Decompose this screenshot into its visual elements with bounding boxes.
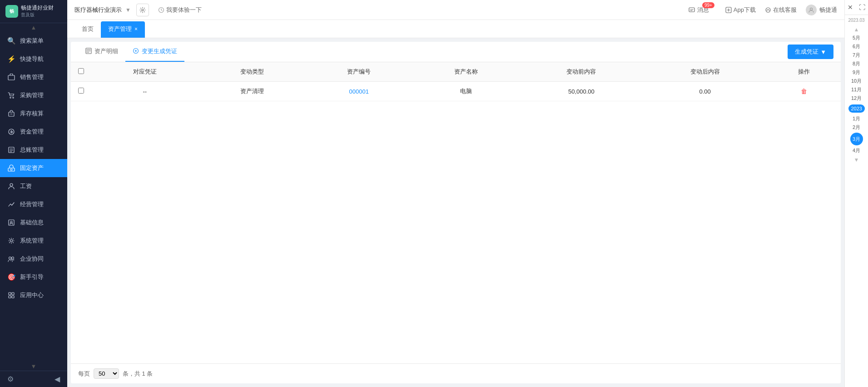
- cell-action: 🗑: [767, 82, 841, 101]
- sidebar-item-corp-label: 企业协同: [20, 255, 44, 263]
- sidebar-item-basicinfo[interactable]: 基础信息: [0, 213, 67, 232]
- svg-point-23: [810, 8, 813, 10]
- table-header-row: 对应凭证 变动类型 资产编号 资产名称 变动前内容 变动后内容 操作: [71, 62, 841, 82]
- timeline-month-9[interactable]: 9月: [845, 68, 868, 77]
- sidebar-item-ledger[interactable]: 总账管理: [0, 141, 67, 159]
- svg-rect-9: [9, 220, 14, 225]
- sidebar-item-operations[interactable]: 经营管理: [0, 195, 67, 213]
- company-dropdown-icon[interactable]: ▼: [125, 7, 131, 13]
- svg-rect-6: [8, 168, 15, 171]
- cell-before: 50,000.00: [520, 82, 643, 101]
- topbar-left: 医疗器械行业演示 ▼ 我要体验一下: [74, 4, 202, 16]
- header-asset-no: 资产编号: [305, 62, 412, 82]
- user-avatar: [806, 5, 817, 15]
- header-checkbox-cell: [71, 62, 91, 82]
- sidebar-item-purchase[interactable]: 采购管理: [0, 86, 67, 104]
- timeline-close-btn[interactable]: ✕: [848, 4, 853, 11]
- customer-service-btn[interactable]: 在线客服: [765, 6, 797, 14]
- tab-close-btn[interactable]: ×: [134, 26, 138, 32]
- username: 畅捷通: [819, 6, 837, 14]
- timeline-month-4[interactable]: 4月: [845, 146, 868, 155]
- timeline-month-3-active[interactable]: 3月: [850, 133, 863, 145]
- sidebar-item-inventory[interactable]: 库存核算: [0, 104, 67, 123]
- sidebar-item-system[interactable]: 系统管理: [0, 232, 67, 250]
- system-icon: [7, 237, 15, 245]
- purchase-icon: [7, 91, 15, 99]
- timeline-month-11[interactable]: 11月: [845, 85, 868, 94]
- timeline-month-2[interactable]: 2月: [845, 123, 868, 132]
- timeline-month-12[interactable]: 12月: [845, 94, 868, 103]
- per-page-select[interactable]: 50 10 20 100: [94, 368, 119, 379]
- svg-point-22: [766, 8, 770, 12]
- select-all-checkbox[interactable]: [78, 68, 84, 74]
- svg-rect-0: [8, 75, 15, 80]
- sidebar-item-basicinfo-label: 基础信息: [20, 218, 44, 227]
- header-change-type: 变动类型: [198, 62, 306, 82]
- app-version: 普及版: [21, 12, 54, 18]
- sidebar-item-sales[interactable]: 销售管理: [0, 68, 67, 86]
- timeline-month-1[interactable]: 1月: [845, 114, 868, 123]
- sidebar-item-fixed-label: 固定资产: [20, 164, 44, 172]
- cell-asset-no: 000001: [305, 82, 412, 101]
- sidebar-settings-icon[interactable]: ⚙: [7, 375, 14, 383]
- timeline-month-5[interactable]: 5月: [845, 34, 868, 42]
- row-checkbox[interactable]: [78, 88, 84, 94]
- sidebar-item-apps[interactable]: 应用中心: [0, 286, 67, 304]
- svg-rect-17: [12, 296, 14, 298]
- header-asset-name: 资产名称: [412, 62, 520, 82]
- sidebar-logo: 畅 畅捷通好业财 普及版: [0, 0, 67, 23]
- svg-point-13: [12, 257, 14, 259]
- tab-home[interactable]: 首页: [74, 21, 101, 38]
- timeline-month-10[interactable]: 10月: [845, 77, 868, 85]
- main-content: 医疗器械行业演示 ▼ 我要体验一下 消息 99+ App下载 在线客服: [67, 0, 844, 387]
- funds-icon: [7, 128, 15, 136]
- sidebar-item-payroll-label: 工资: [20, 182, 32, 190]
- topbar-experience[interactable]: 我要体验一下: [158, 6, 202, 14]
- svg-rect-14: [9, 293, 11, 295]
- operations-icon: [7, 200, 15, 208]
- timeline-expand-btn[interactable]: ⛶: [859, 4, 865, 11]
- cell-asset-name: 电脑: [412, 82, 520, 101]
- sidebar-nav: 🔍 搜索菜单 ⚡ 快捷导航 销售管理 采购管理 库存核算: [0, 32, 67, 362]
- user-profile-btn[interactable]: 畅捷通: [806, 5, 837, 15]
- generate-btn-label: 生成凭证: [795, 48, 818, 56]
- ledger-icon: [7, 146, 15, 154]
- sidebar-item-search[interactable]: 🔍 搜索菜单: [0, 32, 67, 50]
- header-voucher: 对应凭证: [91, 62, 198, 82]
- quicknav-icon: ⚡: [7, 55, 15, 63]
- svg-point-1: [10, 97, 11, 98]
- sidebar-item-corp[interactable]: 企业协同: [0, 250, 67, 268]
- subtab-asset-detail[interactable]: 资产明细: [78, 42, 125, 62]
- subtab-asset-detail-label: 资产明细: [94, 47, 118, 55]
- messages-badge: 99+: [702, 2, 714, 8]
- sidebar-item-payroll[interactable]: 工资: [0, 177, 67, 195]
- total-label: 条，共 1 条: [123, 370, 153, 378]
- inventory-icon: [7, 109, 15, 118]
- app-logo-icon: 畅: [5, 5, 18, 18]
- app-download-btn[interactable]: App下载: [725, 6, 756, 14]
- topbar: 医疗器械行业演示 ▼ 我要体验一下 消息 99+ App下载 在线客服: [67, 0, 844, 20]
- sidebar-item-search-label: 搜索菜单: [20, 37, 44, 45]
- app-download-label: App下载: [734, 6, 756, 14]
- sidebar-item-quicknav[interactable]: ⚡ 快捷导航: [0, 50, 67, 68]
- tab-asset-management[interactable]: 资产管理 ×: [101, 21, 145, 38]
- subtab-change-voucher[interactable]: 变更生成凭证: [125, 42, 184, 62]
- sidebar-item-ledger-label: 总账管理: [20, 146, 44, 154]
- sidebar-item-apps-label: 应用中心: [20, 291, 44, 299]
- sidebar-scroll-up[interactable]: ▲: [0, 23, 67, 32]
- timeline-nav-down[interactable]: ▼: [845, 155, 868, 165]
- delete-row-btn[interactable]: 🗑: [801, 88, 807, 95]
- timeline-month-8[interactable]: 8月: [845, 60, 868, 68]
- topbar-settings-btn[interactable]: [136, 4, 149, 16]
- messages-btn[interactable]: 消息 99+: [688, 6, 709, 14]
- sidebar-item-funds[interactable]: 资金管理: [0, 123, 67, 141]
- timeline-nav-up[interactable]: ▲: [845, 25, 868, 34]
- per-page-label: 每页: [78, 370, 90, 378]
- generate-voucher-btn[interactable]: 生成凭证 ▼: [788, 45, 833, 59]
- sidebar-collapse-icon[interactable]: ◀: [55, 375, 60, 383]
- sidebar-scroll-down[interactable]: ▼: [0, 362, 67, 371]
- sidebar-item-fixed[interactable]: 固定资产: [0, 159, 67, 177]
- timeline-month-6[interactable]: 6月: [845, 42, 868, 51]
- timeline-month-7[interactable]: 7月: [845, 51, 868, 60]
- sidebar-item-guide[interactable]: 🎯 新手引导: [0, 268, 67, 286]
